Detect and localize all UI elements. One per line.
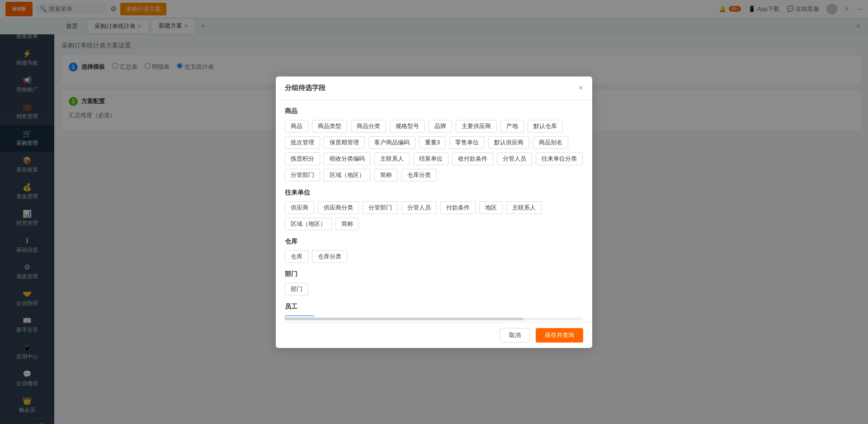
field-tag-region[interactable]: 区域（地区） xyxy=(324,169,371,181)
field-tag-dept[interactable]: 分管部门 xyxy=(285,169,320,181)
field-group-warehouse-title: 仓库 xyxy=(285,238,583,246)
field-tag-partner-supervisor[interactable]: 分管人员 xyxy=(401,201,437,214)
field-tag-partner-dept[interactable]: 分管部门 xyxy=(363,201,398,214)
field-tags-department: 部门 xyxy=(285,283,583,295)
field-group-employee: 员工 业务员 xyxy=(285,303,583,318)
field-tag-warehouse-category[interactable]: 仓库分类 xyxy=(312,250,347,263)
field-group-product: 商品 商品 商品类型 商品分类 规格型号 品牌 主要供应商 产地 默认仓库 批次… xyxy=(285,107,583,181)
field-tag-supplier-cat[interactable]: 供应商分类 xyxy=(318,201,359,214)
field-tag-main-contact[interactable]: 主联系人 xyxy=(374,152,410,165)
field-tag-product-category[interactable]: 商品分类 xyxy=(351,120,386,133)
dialog-close-btn[interactable]: × xyxy=(578,84,583,92)
field-tag-area[interactable]: 地区 xyxy=(479,201,503,214)
field-tag-payment-cond[interactable]: 付款条件 xyxy=(440,201,476,214)
field-tag-expiry-mgmt[interactable]: 保质期管理 xyxy=(324,136,365,149)
field-tag-settlement-unit[interactable]: 结算单位 xyxy=(413,152,448,165)
cancel-button[interactable]: 取消 xyxy=(500,328,530,343)
field-group-department: 部门 部门 xyxy=(285,270,583,295)
field-group-warehouse: 仓库 仓库 仓库分类 xyxy=(285,238,583,263)
dialog-hscroll-area xyxy=(276,318,592,322)
field-tag-partner-region[interactable]: 区域（地区） xyxy=(285,218,332,230)
field-group-partner-title: 往来单位 xyxy=(285,189,583,197)
field-group-employee-title: 员工 xyxy=(285,303,583,311)
field-group-product-title: 商品 xyxy=(285,107,583,115)
field-tag-partner-category[interactable]: 往来单位分类 xyxy=(536,152,583,165)
field-tag-customer-code[interactable]: 客户商品编码 xyxy=(368,136,415,149)
field-tag-batch-mgmt[interactable]: 批次管理 xyxy=(285,136,320,149)
field-tag-default-warehouse[interactable]: 默认仓库 xyxy=(528,120,563,133)
field-tag-spec-model[interactable]: 规格型号 xyxy=(390,120,425,133)
field-tag-partner-main-contact[interactable]: 主联系人 xyxy=(506,201,542,214)
field-tags-warehouse: 仓库 仓库分类 xyxy=(285,250,583,263)
dialog-header: 分组待选字段 × xyxy=(276,76,592,100)
dialog-body: 商品 商品 商品类型 商品分类 规格型号 品牌 主要供应商 产地 默认仓库 批次… xyxy=(276,100,592,318)
field-tag-partner-abbr[interactable]: 简称 xyxy=(335,218,359,230)
hscroll-thumb[interactable] xyxy=(285,318,524,320)
dialog: 分组待选字段 × 商品 商品 商品类型 商品分类 规格型号 品牌 主要供应商 产… xyxy=(276,76,592,348)
field-tag-brand[interactable]: 品牌 xyxy=(429,120,452,133)
field-tag-weight3[interactable]: 重量3 xyxy=(419,136,446,149)
dialog-title: 分组待选字段 xyxy=(285,84,326,92)
dialog-footer: 取消 保存并查询 xyxy=(276,322,592,348)
field-tag-origin[interactable]: 产地 xyxy=(500,120,524,133)
field-tags-partner: 供应商 供应商分类 分管部门 分管人员 付款条件 地区 主联系人 区域（地区） … xyxy=(285,201,583,230)
field-group-department-title: 部门 xyxy=(285,270,583,278)
save-query-button[interactable]: 保存并查询 xyxy=(536,328,583,343)
field-tag-payment-terms[interactable]: 收付款条件 xyxy=(452,152,493,165)
field-tag-pick-points[interactable]: 拣货积分 xyxy=(285,152,320,165)
field-tag-product-type[interactable]: 商品类型 xyxy=(312,120,347,133)
field-tag-supervisor[interactable]: 分管人员 xyxy=(497,152,532,165)
field-tags-product: 商品 商品类型 商品分类 规格型号 品牌 主要供应商 产地 默认仓库 批次管理 … xyxy=(285,120,583,181)
field-tag-department[interactable]: 部门 xyxy=(285,283,308,295)
field-tag-main-supplier[interactable]: 主要供应商 xyxy=(456,120,497,133)
modal-overlay: 分组待选字段 × 商品 商品 商品类型 商品分类 规格型号 品牌 主要供应商 产… xyxy=(0,0,868,424)
field-tag-warehouse-cat[interactable]: 仓库分类 xyxy=(401,169,437,181)
field-tag-product-alias[interactable]: 商品别名 xyxy=(533,136,568,149)
field-tag-abbr[interactable]: 简称 xyxy=(374,169,398,181)
field-tag-warehouse[interactable]: 仓库 xyxy=(285,250,308,263)
field-tag-tax-code[interactable]: 税收分类编码 xyxy=(324,152,371,165)
field-tag-retail-unit[interactable]: 零售单位 xyxy=(449,136,485,149)
field-tag-default-supplier[interactable]: 默认供应商 xyxy=(488,136,529,149)
hscroll-track[interactable] xyxy=(285,318,583,320)
field-tag-product[interactable]: 商品 xyxy=(285,120,308,133)
field-group-partner: 往来单位 供应商 供应商分类 分管部门 分管人员 付款条件 地区 主联系人 区域… xyxy=(285,189,583,230)
field-tag-supplier[interactable]: 供应商 xyxy=(285,201,314,214)
